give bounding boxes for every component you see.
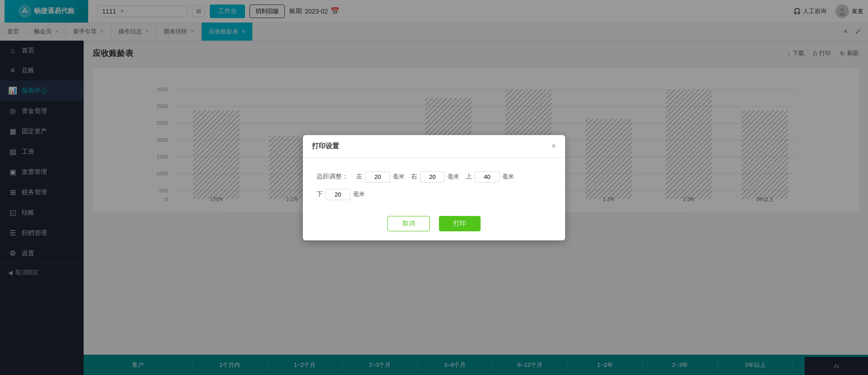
margin-left-group: 左 毫米 (356, 171, 405, 183)
modal-header: 打印设置 × (303, 135, 565, 158)
top-label: 上 (466, 173, 472, 181)
margin-top-input[interactable] (475, 171, 500, 183)
modal-footer: 取消 打印 (303, 209, 565, 240)
top-unit: 毫米 (502, 173, 514, 181)
right-label: 右 (411, 173, 417, 181)
modal-body: 边距调整： 左 毫米 右 毫米 上 毫米 下 (303, 158, 565, 209)
modal-title: 打印设置 (312, 142, 339, 150)
margin-left-input[interactable] (365, 171, 390, 183)
bottom-unit: 毫米 (353, 190, 365, 198)
left-unit: 毫米 (393, 173, 405, 181)
margin-right-group: 右 毫米 (411, 171, 459, 183)
modal-overlay: 打印设置 × 边距调整： 左 毫米 右 毫米 上 毫米 (0, 0, 868, 375)
margin-label: 边距调整： (316, 173, 348, 181)
right-unit: 毫米 (448, 173, 459, 181)
margin-bottom-input[interactable] (326, 189, 350, 200)
cancel-button[interactable]: 取消 (387, 216, 430, 231)
print-confirm-button[interactable]: 打印 (439, 216, 481, 231)
margin-top-group: 上 毫米 (466, 171, 514, 183)
margin-bottom-group: 下 毫米 (316, 189, 365, 200)
margin-row: 边距调整： 左 毫米 右 毫米 上 毫米 下 (316, 171, 552, 200)
bottom-label: 下 (316, 190, 323, 198)
left-label: 左 (356, 173, 363, 181)
print-settings-dialog: 打印设置 × 边距调整： 左 毫米 右 毫米 上 毫米 (303, 135, 565, 240)
modal-close-button[interactable]: × (551, 141, 556, 151)
margin-right-input[interactable] (420, 171, 445, 183)
